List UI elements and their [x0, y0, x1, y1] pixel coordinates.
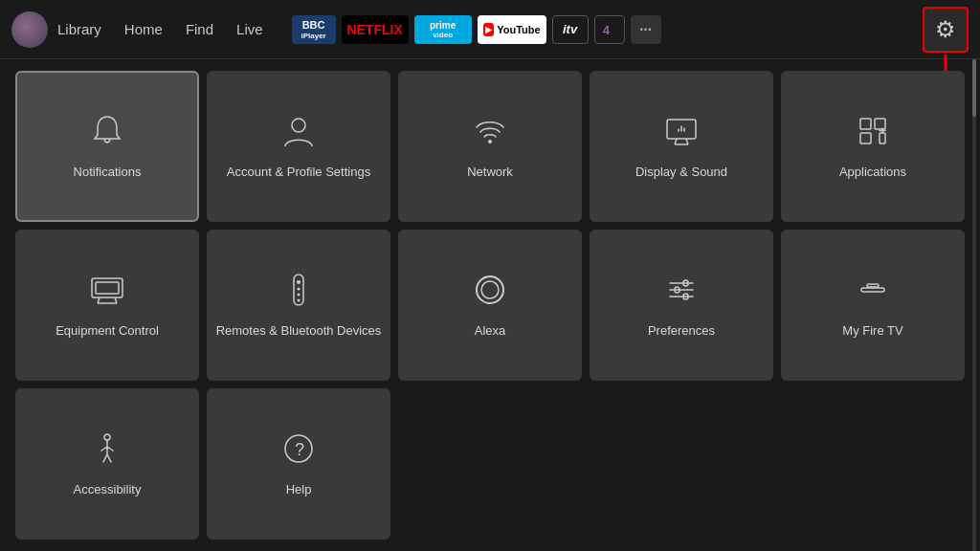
accessibility-icon	[88, 430, 126, 473]
wifi-icon	[471, 112, 509, 155]
svg-rect-8	[92, 278, 122, 298]
tile-notifications[interactable]: Notifications	[15, 71, 199, 222]
svg-rect-23	[861, 288, 884, 292]
svg-rect-4	[860, 119, 871, 129]
svg-rect-7	[880, 133, 885, 143]
display-icon	[662, 112, 701, 155]
tile-preferences[interactable]: Preferences	[590, 230, 773, 381]
tile-network[interactable]: Network	[398, 71, 582, 222]
settings-grid: Notifications Account & Profile Settings…	[0, 59, 980, 551]
nav-home[interactable]: Home	[124, 21, 163, 37]
tile-account-label: Account & Profile Settings	[227, 165, 370, 181]
svg-point-2	[488, 140, 492, 143]
apps-icon	[854, 112, 892, 155]
tile-my-fire-tv[interactable]: My Fire TV	[781, 230, 965, 381]
tile-help[interactable]: ? Help	[207, 388, 390, 540]
tile-display-sound[interactable]: Display & Sound	[590, 71, 773, 222]
tile-alexa[interactable]: Alexa	[398, 230, 582, 381]
tile-equipment-control[interactable]: Equipment Control	[15, 230, 199, 381]
tile-help-label: Help	[286, 482, 312, 498]
tile-applications-label: Applications	[839, 165, 906, 181]
tile-applications[interactable]: Applications	[781, 71, 965, 222]
tile-remotes-bluetooth-label: Remotes & Bluetooth Devices	[216, 323, 382, 340]
tile-alexa-label: Alexa	[475, 323, 506, 340]
remote-icon	[279, 271, 318, 314]
svg-rect-6	[860, 133, 871, 143]
app-bbc[interactable]: BBC iPlayer	[292, 15, 336, 44]
user-icon	[279, 112, 318, 155]
nav-live[interactable]: Live	[236, 21, 263, 37]
tile-notifications-label: Notifications	[74, 165, 142, 181]
tile-display-sound-label: Display & Sound	[635, 165, 727, 181]
app-youtube[interactable]: ▶ YouTube	[478, 15, 546, 44]
nav-links: Library Home Find Live	[57, 21, 263, 37]
tile-my-fire-tv-label: My Fire TV	[842, 323, 902, 340]
help-icon: ?	[279, 430, 318, 473]
top-nav: Library Home Find Live BBC iPlayer NETFL…	[0, 0, 980, 59]
avatar[interactable]	[11, 11, 48, 48]
tile-network-label: Network	[467, 165, 513, 181]
app-channel4[interactable]: 4	[594, 15, 625, 44]
svg-point-13	[298, 294, 301, 297]
svg-point-15	[477, 276, 503, 303]
svg-text:4: 4	[602, 22, 610, 36]
tv-icon	[88, 271, 126, 314]
svg-rect-9	[96, 282, 119, 294]
svg-point-14	[298, 299, 301, 302]
nav-library[interactable]: Library	[57, 21, 101, 37]
tile-preferences-label: Preferences	[648, 323, 715, 340]
gear-icon: ⚙	[935, 16, 956, 43]
bell-icon	[88, 112, 126, 155]
svg-rect-24	[867, 284, 879, 287]
tile-accessibility-label: Accessibility	[74, 482, 142, 498]
tile-equipment-control-label: Equipment Control	[56, 323, 159, 340]
app-more[interactable]: ···	[631, 15, 661, 44]
firetv-icon	[854, 271, 892, 314]
sliders-icon	[662, 271, 701, 314]
svg-point-25	[104, 434, 110, 440]
app-shortcuts: BBC iPlayer NETFLIX prime video ▶ YouTub…	[292, 15, 923, 44]
scrollbar-thumb	[972, 59, 976, 117]
app-netflix[interactable]: NETFLIX	[342, 15, 409, 44]
svg-point-1	[292, 119, 305, 132]
tile-remotes-bluetooth[interactable]: Remotes & Bluetooth Devices	[207, 230, 390, 381]
svg-text:?: ?	[295, 440, 304, 459]
nav-find[interactable]: Find	[186, 21, 213, 37]
settings-gear-button[interactable]: ⚙	[923, 7, 969, 53]
scrollbar[interactable]	[972, 59, 976, 551]
app-prime[interactable]: prime video	[414, 15, 472, 44]
svg-point-11	[297, 280, 301, 284]
svg-point-12	[298, 288, 301, 291]
svg-point-16	[481, 281, 499, 298]
tile-accessibility[interactable]: Accessibility	[15, 388, 199, 540]
tile-account-profile[interactable]: Account & Profile Settings	[207, 71, 390, 222]
app-itv[interactable]: itv	[552, 15, 589, 44]
alexa-icon	[471, 271, 509, 314]
svg-rect-5	[875, 119, 885, 129]
